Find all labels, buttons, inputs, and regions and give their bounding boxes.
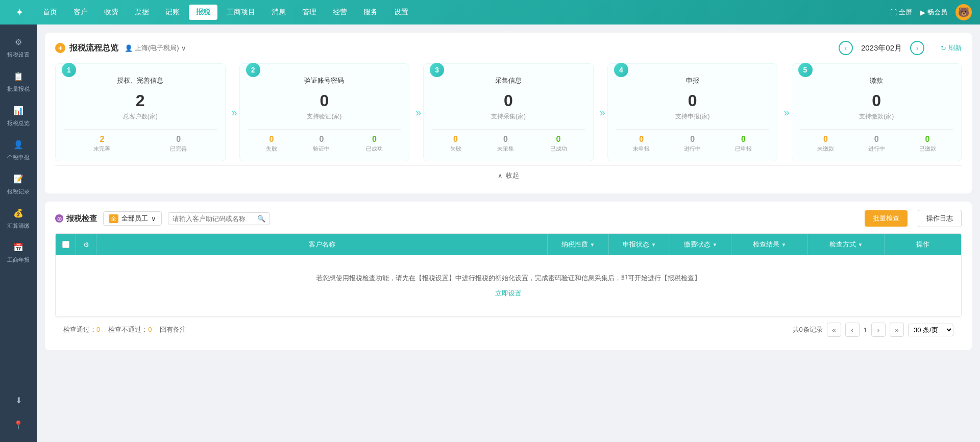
prev-page-button[interactable]: ‹: [845, 323, 860, 337]
nav-accounting[interactable]: 记账: [158, 5, 187, 20]
sidebar-item-tax-record[interactable]: 📝 报税记录: [0, 166, 37, 201]
vip-button[interactable]: ▶ 畅会员: [920, 8, 947, 17]
step-1-title: 授权、完善信息: [64, 76, 217, 85]
nav-customer[interactable]: 客户: [66, 5, 95, 20]
fullscreen-icon: ⛶: [890, 9, 897, 16]
page-size-select[interactable]: 30 条/页 50 条/页 100 条/页: [908, 324, 953, 336]
summary-title: + 报税流程总览: [55, 43, 118, 54]
step-2-count: 0: [248, 91, 401, 110]
nav-message[interactable]: 消息: [264, 5, 293, 20]
check-fail-val[interactable]: 0: [148, 326, 152, 333]
search-icon[interactable]: 🔍: [257, 215, 265, 223]
stat-declaring-val: 0: [684, 135, 701, 144]
step-1-stats: 2 未完善 0 已完善: [64, 129, 217, 153]
nav-fee[interactable]: 收费: [97, 5, 126, 20]
nav-manage[interactable]: 管理: [295, 5, 324, 20]
step-5-stats: 0 未缴款 0 进行中 0 已缴款: [800, 129, 953, 153]
tax-record-icon: 📝: [11, 171, 26, 186]
operation-log-button[interactable]: 操作日志: [918, 210, 962, 227]
sidebar-item-clearance[interactable]: 💰 汇算清缴: [0, 201, 37, 235]
staff-tag: 全: [109, 214, 118, 223]
stat-complete-val: 0: [170, 135, 187, 144]
stat-incomplete-label: 未完善: [93, 145, 110, 153]
search-box[interactable]: 🔍: [168, 212, 270, 225]
th-declare-status-text: 申报状态: [623, 240, 649, 249]
staff-filter-label: 全部员工: [121, 214, 148, 223]
sidebar-item-annual-report[interactable]: 📅 工商年报: [0, 235, 37, 269]
tax-nature-filter-icon[interactable]: ▼: [590, 242, 595, 248]
declare-status-filter-icon[interactable]: ▼: [651, 242, 656, 248]
sidebar-item-personal-tax[interactable]: 👤 个税申报: [0, 132, 37, 166]
step-3-num: 3: [430, 63, 444, 77]
nav-operation[interactable]: 经营: [326, 5, 354, 20]
stat-unpaid-val: 0: [817, 135, 834, 144]
next-page-button[interactable]: ›: [871, 323, 886, 337]
arrow-2: »: [413, 107, 423, 118]
sidebar-bottom: ⬇ 📍: [9, 388, 28, 442]
stat-paid-label: 已缴款: [919, 145, 936, 153]
person-icon: 👤: [125, 44, 133, 52]
stat-uncollected: 0 未采集: [497, 135, 514, 153]
nav-service[interactable]: 服务: [356, 5, 385, 20]
settings-header-icon: ⚙: [83, 241, 89, 249]
refresh-label: 刷新: [948, 43, 962, 53]
pay-status-filter-icon[interactable]: ▼: [713, 242, 718, 248]
personal-tax-icon: 👤: [11, 137, 26, 152]
first-page-button[interactable]: «: [827, 323, 841, 337]
nav-industry[interactable]: 工商项目: [219, 5, 262, 20]
sidebar-item-tax-overview[interactable]: 📊 报税总览: [0, 98, 37, 132]
th-tax-nature-text: 纳税性质: [561, 240, 588, 249]
nav-invoice[interactable]: 票据: [128, 5, 156, 20]
avatar: 🐻: [955, 4, 972, 20]
table-container: ⚙ 客户名称 纳税性质 ▼ 申报状态 ▼ 缴费状态 ▼: [55, 233, 962, 317]
th-declare-status: 申报状态 ▼: [609, 234, 670, 255]
step-2-verify: 2 验证账号密码 0 支持验证(家) 0 失败 0 验证中 0 已成功: [239, 63, 410, 161]
fullscreen-label: 全屏: [899, 8, 912, 17]
tax-settings-icon: ⚙: [11, 35, 26, 49]
header-checkbox[interactable]: [62, 241, 69, 248]
top-navigation: ✦ 首页 客户 收费 票据 记账 报税 工商项目 消息 管理 经营 服务 设置 …: [0, 0, 980, 24]
check-pass-val[interactable]: 0: [96, 326, 100, 333]
remark-label: 囧有备注: [160, 325, 186, 334]
staff-filter[interactable]: 全 全部员工 ∨: [103, 211, 162, 226]
sidebar: ⚙ 报税设置 📋 批量报税 📊 报税总览 👤 个税申报 📝 报税记录 💰 汇算清…: [0, 24, 37, 442]
pagination: 共0条记录 « ‹ 1 › » 30 条/页 50 条/页 100 条/页: [793, 323, 953, 337]
current-page: 1: [864, 326, 867, 334]
check-method-filter-icon[interactable]: ▼: [858, 242, 863, 248]
collapse-button[interactable]: ∧ 收起: [55, 165, 962, 185]
next-month-button[interactable]: ›: [910, 41, 924, 55]
setup-link[interactable]: 立即设置: [495, 289, 522, 298]
th-customer-name-text: 客户名称: [309, 240, 335, 249]
stat-verifying-label: 验证中: [313, 145, 330, 153]
table-header: ⚙ 客户名称 纳税性质 ▼ 申报状态 ▼ 缴费状态 ▼: [56, 234, 961, 255]
step-4-stats: 0 未申报 0 进行中 0 已申报: [616, 129, 769, 153]
location-text: 上海(电子税局): [135, 43, 179, 53]
search-input[interactable]: [173, 215, 253, 223]
nav-settings[interactable]: 设置: [387, 5, 415, 20]
step-1-authorize: 1 授权、完善信息 2 总客户数(家) 2 未完善 0 已完善: [55, 63, 226, 161]
th-check-result-text: 检查结果: [753, 240, 779, 249]
th-check-method: 检查方式 ▼: [808, 234, 885, 255]
check-circle-icon: ◎: [55, 214, 63, 223]
check-fail-stat: 检查不通过：0: [108, 325, 152, 334]
stat-paying: 0 进行中: [868, 135, 885, 153]
last-page-button[interactable]: »: [890, 323, 904, 337]
refresh-button[interactable]: ↻ 刷新: [941, 43, 962, 53]
app-logo: ✦: [8, 1, 31, 23]
prev-month-button[interactable]: ‹: [839, 41, 853, 55]
sidebar-download[interactable]: ⬇: [9, 388, 28, 412]
stat-incomplete: 2 未完善: [93, 135, 110, 153]
sidebar-item-tax-settings[interactable]: ⚙ 报税设置: [0, 30, 37, 64]
sidebar-location[interactable]: 📍: [9, 412, 28, 437]
check-result-filter-icon[interactable]: ▼: [781, 242, 787, 248]
vip-icon: ▶: [920, 9, 925, 16]
sidebar-item-batch-tax[interactable]: 📋 批量报税: [0, 64, 37, 98]
nav-tax[interactable]: 报税: [189, 5, 217, 20]
fullscreen-button[interactable]: ⛶ 全屏: [890, 8, 912, 17]
step-1-num: 1: [62, 63, 76, 77]
location-tag[interactable]: 👤 上海(电子税局) ∨: [125, 43, 186, 53]
batch-check-button[interactable]: 批量检查: [865, 210, 908, 227]
th-customer-name: 客户名称: [96, 234, 548, 255]
stat-declaring: 0 进行中: [684, 135, 701, 153]
nav-home[interactable]: 首页: [36, 5, 64, 20]
